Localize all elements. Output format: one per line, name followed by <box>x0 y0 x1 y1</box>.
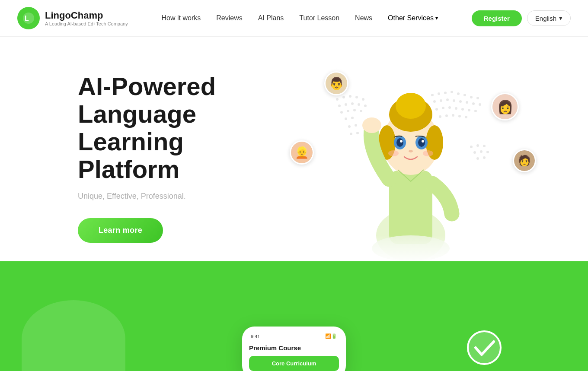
svg-point-70 <box>483 145 486 147</box>
nav-other-services[interactable]: Other Services ▾ <box>388 14 438 22</box>
svg-point-81 <box>396 93 426 119</box>
svg-point-88 <box>400 140 403 143</box>
avatar-top: 👨 <box>324 71 348 95</box>
svg-point-73 <box>486 151 489 153</box>
svg-point-53 <box>338 105 341 107</box>
svg-point-89 <box>422 140 424 143</box>
hero-title-line3: Platform <box>78 155 179 183</box>
logo-subtitle: A Leading AI-based Ed+Tech Company <box>45 21 128 26</box>
svg-point-93 <box>362 117 381 133</box>
nav-right: Register English ▾ <box>472 10 571 26</box>
phone-mockup: 9:41 📶🔋 Premium Course Core Curriculum <box>242 327 346 371</box>
svg-point-92 <box>423 150 433 156</box>
phone-status-bar: 9:41 📶🔋 <box>249 333 339 339</box>
svg-point-87 <box>418 138 425 147</box>
phone-signal-icon: 📶🔋 <box>325 333 337 339</box>
language-label: English <box>535 15 556 22</box>
logo-text: LingoChamp A Leading AI-based Ed+Tech Co… <box>45 10 128 26</box>
green-decorative-shape <box>22 300 125 371</box>
nav-other-services-label: Other Services <box>388 14 434 22</box>
svg-point-90 <box>409 150 413 152</box>
phone-cta-button[interactable]: Core Curriculum <box>249 356 339 371</box>
avatar-mid-left: 👱 <box>290 140 314 165</box>
svg-rect-95 <box>372 235 450 261</box>
svg-text:L: L <box>25 15 29 22</box>
nav-tutor-lesson-link[interactable]: Tutor Lesson <box>299 14 339 22</box>
svg-point-96 <box>468 331 501 364</box>
nav-reviews-link[interactable]: Reviews <box>216 14 242 22</box>
ai-character <box>346 63 476 261</box>
svg-point-75 <box>483 156 486 159</box>
svg-point-86 <box>396 138 403 147</box>
phone-title: Premium Course <box>249 344 339 352</box>
hero-title-line2: Language Learning <box>78 100 196 155</box>
svg-point-48 <box>336 98 339 101</box>
hero-subtitle: Unique, Effective, Professional. <box>78 192 285 201</box>
nav-links: How it works Reviews AI Plans Tutor Less… <box>162 14 438 22</box>
nav-how-it-works[interactable]: How it works <box>162 14 201 22</box>
register-button[interactable]: Register <box>472 10 522 26</box>
nav-how-it-works-link[interactable]: How it works <box>162 14 201 22</box>
nav-ai-plans[interactable]: AI Plans <box>258 14 284 22</box>
chevron-down-icon: ▾ <box>435 15 438 21</box>
learn-more-button[interactable]: Learn more <box>78 218 163 243</box>
svg-point-91 <box>388 150 399 156</box>
logo-area: L LingoChamp A Leading AI-based Ed+Tech … <box>17 7 128 29</box>
nav-tutor-lesson[interactable]: Tutor Lesson <box>299 14 339 22</box>
svg-point-72 <box>480 150 483 153</box>
svg-point-74 <box>476 157 479 160</box>
chevron-down-icon: ▾ <box>559 14 562 22</box>
phone-time: 9:41 <box>251 334 260 339</box>
hero-image-area: 👨 👱 👩 🧑 <box>285 54 536 261</box>
check-circle-icon <box>467 330 502 365</box>
hero-section: AI-Powered Language Learning Platform Un… <box>0 37 588 261</box>
hero-title-line1: AI-Powered <box>78 72 216 100</box>
hero-title: AI-Powered Language Learning Platform <box>78 73 285 183</box>
avatar-right-bot: 🧑 <box>513 149 536 172</box>
language-selector[interactable]: English ▾ <box>527 10 571 26</box>
nav-reviews[interactable]: Reviews <box>216 14 242 22</box>
svg-point-35 <box>479 103 481 106</box>
svg-point-69 <box>476 144 479 147</box>
svg-point-58 <box>340 111 343 114</box>
green-section: 9:41 📶🔋 Premium Course Core Curriculum <box>0 261 588 371</box>
nav-news-link[interactable]: News <box>355 14 372 22</box>
logo-icon: L <box>17 7 40 29</box>
hero-content: AI-Powered Language Learning Platform Un… <box>78 73 285 242</box>
logo-title: LingoChamp <box>45 10 128 21</box>
avatar-right-top: 👩 <box>491 93 519 120</box>
nav-ai-plans-link[interactable]: AI Plans <box>258 14 284 22</box>
svg-point-27 <box>476 97 479 99</box>
nav-news[interactable]: News <box>355 14 372 22</box>
svg-point-49 <box>342 96 345 98</box>
navbar: L LingoChamp A Leading AI-based Ed+Tech … <box>0 0 588 37</box>
